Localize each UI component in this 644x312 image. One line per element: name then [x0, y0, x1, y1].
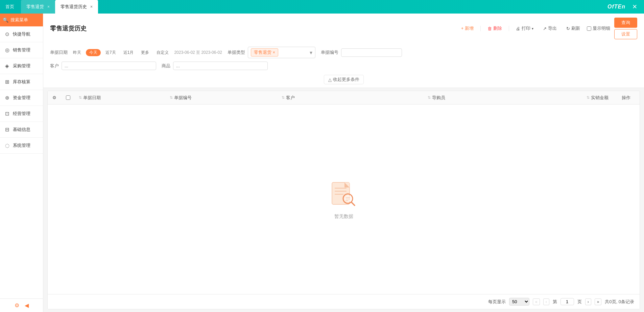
sidebar-item-basic-info[interactable]: ⊟ 基础信息: [0, 122, 43, 138]
select-all-checkbox[interactable]: [66, 95, 70, 100]
delete-button[interactable]: 🗑 删除: [485, 24, 505, 33]
print-chevron-icon: ▾: [532, 27, 533, 30]
filter-row-1: 单据日期 昨天 今天 近7天 近1月 更多 自定义 2023-06-02 至 2…: [50, 47, 637, 58]
refresh-button[interactable]: ↻ 刷新: [564, 24, 583, 33]
bill-type-selector[interactable]: 零售退货 × ▾: [248, 47, 315, 58]
per-page-select[interactable]: 20 50 100: [509, 298, 529, 306]
export-button[interactable]: ↗ 导出: [540, 24, 559, 33]
sort-amount-icon[interactable]: ⇅: [587, 95, 590, 100]
toolbar-sep-2: [509, 26, 509, 31]
query-button[interactable]: 查询: [614, 18, 637, 28]
goods-input[interactable]: [173, 62, 268, 70]
sidebar-nav: ⊙ 快捷导航 ◎ 销售管理 ◈ 采购管理 ⊞ 库存核算 ⊛ 资金管理 ⊡ 经营管…: [0, 26, 43, 298]
table-container: ⚙ ⇅ 单据日期 ⇅ 单据编号 ⇅ 客户 ⇅: [47, 91, 640, 309]
th-action: 操作: [613, 95, 640, 101]
th-settings[interactable]: ⚙: [48, 95, 61, 100]
bill-type-tag: 零售退货 ×: [251, 48, 278, 57]
sidebar-item-sales-mgmt[interactable]: ◎ 销售管理: [0, 42, 43, 58]
settings-bottom-icon[interactable]: ⚙: [15, 302, 19, 309]
home-label: 首页: [5, 4, 14, 10]
print-icon: 🖨: [516, 26, 520, 31]
sidebar: 🔍 搜索菜单 ⊙ 快捷导航 ◎ 销售管理 ◈ 采购管理 ⊞ 库存核算 ⊛ 资金管: [0, 14, 43, 312]
date-btn-custom[interactable]: 自定义: [154, 49, 171, 56]
basic-info-icon: ⊟: [4, 127, 10, 133]
page-unit-label: 页: [577, 299, 582, 305]
th-bill-no: ⇅ 单据编号: [166, 95, 277, 101]
bill-no-group: 单据编号: [321, 48, 402, 57]
sort-guide-icon[interactable]: ⇅: [428, 95, 431, 100]
goods-group: 商品: [162, 62, 268, 70]
operations-icon: ⊡: [4, 111, 10, 117]
per-page-label: 每页显示: [488, 299, 506, 305]
retail-return-history-close-icon[interactable]: ×: [90, 4, 93, 9]
sidebar-item-finance[interactable]: ⊛ 资金管理: [0, 90, 43, 106]
goods-label: 商品: [162, 63, 170, 69]
tab-home[interactable]: 首页: [0, 0, 20, 14]
sidebar-item-operations[interactable]: ⊡ 经营管理: [0, 106, 43, 122]
tab-retail-return[interactable]: 零售退货 ×: [21, 0, 55, 14]
next-page-button[interactable]: ›: [585, 298, 591, 305]
bill-type-remove-icon[interactable]: ×: [273, 50, 275, 55]
page-number-input[interactable]: [560, 298, 574, 305]
inventory-icon: ⊞: [4, 79, 10, 85]
svg-line-6: [351, 202, 355, 205]
customer-input[interactable]: [62, 62, 156, 70]
empty-text: 暂无数据: [334, 214, 353, 220]
sidebar-item-quick-nav[interactable]: ⊙ 快捷导航: [0, 26, 43, 42]
bill-type-group: 单据类型 零售退货 × ▾: [228, 47, 315, 58]
empty-state: 暂无数据: [327, 179, 361, 220]
collapse-sidebar-icon[interactable]: ◀: [25, 302, 29, 309]
date-btn-yesterday[interactable]: 昨天: [70, 49, 84, 56]
date-filter-buttons: 昨天 今天 近7天 近1月 更多 自定义: [70, 49, 171, 56]
sidebar-item-inventory[interactable]: ⊞ 库存核算: [0, 74, 43, 90]
date-btn-more[interactable]: 更多: [138, 49, 152, 56]
purchase-mgmt-label: 采购管理: [13, 63, 30, 69]
table-header: ⚙ ⇅ 单据日期 ⇅ 单据编号 ⇅ 客户 ⇅: [48, 91, 640, 105]
date-btn-7days[interactable]: 近7天: [103, 49, 119, 56]
customer-label: 客户: [50, 63, 59, 69]
sort-bill-no-icon[interactable]: ⇅: [170, 95, 173, 100]
bill-type-chevron-icon: ▾: [310, 49, 312, 56]
page-title-row: 零售退货历史 + 新增 🗑 删除 🖨 打印 ▾ ↗: [50, 18, 637, 39]
prev-page-button[interactable]: ‹: [543, 298, 549, 305]
bill-no-label: 单据编号: [321, 49, 338, 55]
main-layout: 🔍 搜索菜单 ⊙ 快捷导航 ◎ 销售管理 ◈ 采购管理 ⊞ 库存核算 ⊛ 资金管: [0, 14, 644, 312]
collapse-button[interactable]: △ 收起更多条件: [324, 75, 364, 84]
tab-retail-return-history[interactable]: 零售退货历史 ×: [55, 0, 98, 14]
retail-return-history-label: 零售退货历史: [61, 4, 87, 10]
inventory-label: 库存核算: [13, 79, 30, 85]
bill-no-input[interactable]: [341, 48, 402, 57]
add-button[interactable]: + 新增: [458, 24, 476, 33]
filter-row-2: 客户 商品: [50, 62, 637, 70]
sidebar-item-system-mgmt[interactable]: ◌ 系统管理: [0, 138, 43, 154]
bill-date-group: 单据日期 昨天 今天 近7天 近1月 更多 自定义 2023-06-02 至 2…: [50, 49, 222, 56]
sort-bill-date-icon[interactable]: ⇅: [79, 95, 82, 100]
basic-info-label: 基础信息: [13, 127, 30, 133]
first-page-button[interactable]: «: [533, 298, 540, 305]
settings-button[interactable]: 设置: [614, 29, 637, 39]
search-icon: 🔍: [3, 17, 8, 23]
operations-label: 经营管理: [13, 111, 30, 117]
show-detail-checkbox[interactable]: [587, 26, 591, 31]
table-body: 暂无数据: [48, 105, 640, 294]
empty-illustration: [327, 179, 361, 209]
export-icon: ↗: [543, 26, 547, 31]
last-page-button[interactable]: »: [595, 298, 602, 305]
purchase-mgmt-icon: ◈: [4, 63, 10, 69]
bill-type-label: 单据类型: [228, 49, 245, 55]
sidebar-search[interactable]: 🔍 搜索菜单: [0, 14, 43, 26]
sales-mgmt-icon: ◎: [4, 47, 10, 53]
th-checkbox[interactable]: [61, 95, 75, 100]
print-button[interactable]: 🖨 打印 ▾: [513, 24, 536, 33]
sidebar-search-label: 搜索菜单: [10, 17, 28, 23]
window-close-button[interactable]: ✕: [631, 3, 639, 10]
sort-customer-icon[interactable]: ⇅: [282, 95, 285, 100]
date-btn-1month[interactable]: 近1月: [121, 49, 137, 56]
content-area: 零售退货历史 + 新增 🗑 删除 🖨 打印 ▾ ↗: [43, 14, 644, 312]
date-btn-today[interactable]: 今天: [86, 49, 101, 56]
page-header: 零售退货历史 + 新增 🗑 删除 🖨 打印 ▾ ↗: [43, 14, 644, 88]
retail-return-close-icon[interactable]: ×: [47, 4, 50, 9]
sidebar-item-purchase-mgmt[interactable]: ◈ 采购管理: [0, 58, 43, 74]
table-settings-icon[interactable]: ⚙: [52, 95, 56, 100]
th-guide: ⇅ 导购员: [424, 95, 535, 101]
